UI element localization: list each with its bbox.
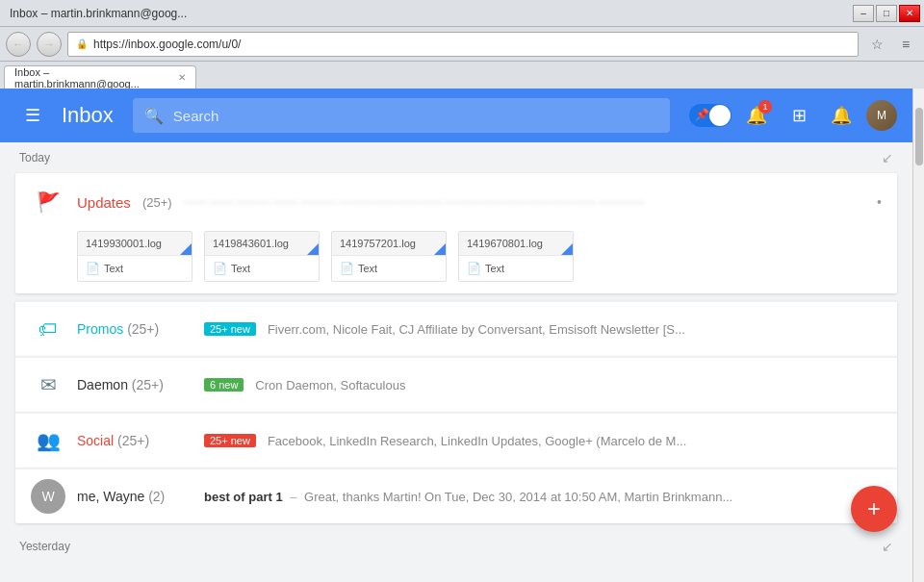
compose-fab-button[interactable]: + xyxy=(851,486,897,532)
main-scroll-area[interactable]: Today ↙ 🚩 Updates (25+) —— —— ——— —— ———… xyxy=(0,142,912,582)
tab-bar: Inbox – martin.brinkmann@goog... ✕ xyxy=(0,62,924,89)
daemon-badge: 6 new xyxy=(204,378,244,392)
attachment-filename-3: 1419670801.log xyxy=(459,232,573,256)
inbox-logo: Inbox xyxy=(62,103,114,128)
pin-toggle-button[interactable]: 📌 xyxy=(689,104,732,127)
updates-title: Updates xyxy=(77,194,131,211)
toolbar-right: ☆ ≡ xyxy=(864,32,918,57)
window-title: Inbox – martin.brinkmann@goog... xyxy=(0,7,853,20)
fold-corner xyxy=(434,243,446,255)
people-icon: 👥 xyxy=(37,429,61,452)
envelope-icon: ✉ xyxy=(40,373,57,396)
star-button[interactable]: ☆ xyxy=(864,32,889,57)
yesterday-label: Yesterday xyxy=(19,540,70,553)
search-placeholder: Search xyxy=(173,108,219,124)
flag-icon: 🚩 xyxy=(37,190,61,214)
attachments-row: 1419930001.log 📄 Text 1419843601.log xyxy=(15,227,897,293)
daemon-email-row[interactable]: ✉ Daemon (25+) 6 new Cron Daemon, Softac… xyxy=(15,357,897,412)
attachment-filename-1: 1419843601.log xyxy=(205,232,319,256)
attachment-card-3[interactable]: 1419670801.log 📄 Text xyxy=(458,231,574,282)
pin-icon: 📌 xyxy=(695,108,709,121)
updates-more-icon: • xyxy=(877,194,882,210)
today-section-header: Today ↙ xyxy=(0,142,912,173)
attachment-card-2[interactable]: 1419757201.log 📄 Text xyxy=(331,231,447,282)
fold-corner xyxy=(180,243,192,255)
social-sender: Social (25+) xyxy=(77,433,192,448)
social-snippet: Facebook, LinkedIn Research, LinkedIn Up… xyxy=(268,434,882,448)
inbox-header: ☰ Inbox 🔍 Search 📌 🔔 1 ⊞ xyxy=(0,89,912,142)
yesterday-section-header: Yesterday ↙ xyxy=(0,531,912,558)
attachment-body-0: 📄 Text xyxy=(78,256,192,281)
social-icon: 👥 xyxy=(31,423,65,458)
hamburger-button[interactable]: ☰ xyxy=(15,98,50,133)
doc-icon-3: 📄 xyxy=(467,262,481,275)
header-right: 📌 🔔 1 ⊞ 🔔 M xyxy=(689,98,897,133)
menu-button[interactable]: ≡ xyxy=(893,32,918,57)
updates-flag-icon: 🚩 xyxy=(31,185,65,219)
promos-row[interactable]: 🏷 Promos (25+) 25+ new Fiverr.com, Nicol… xyxy=(15,301,897,356)
tab-label: Inbox – martin.brinkmann@goog... xyxy=(14,66,172,89)
wayne-row[interactable]: W me, Wayne (2) best of part 1 – Great, … xyxy=(15,468,897,523)
attachment-card-1[interactable]: 1419843601.log 📄 Text xyxy=(204,231,320,282)
alert-button[interactable]: 🔔 xyxy=(824,98,859,133)
updates-preview: —— —— ——— —— ——— ————————— —————————————… xyxy=(184,195,866,209)
updates-top-row: 🚩 Updates (25+) —— —— ——— —— ——— ———————… xyxy=(15,173,897,227)
close-button[interactable]: ✕ xyxy=(899,5,920,22)
fold-corner xyxy=(307,243,319,255)
doc-icon-2: 📄 xyxy=(340,262,354,275)
daemon-sender: Daemon (25+) xyxy=(77,377,192,392)
notification-badge: 1 xyxy=(758,100,772,114)
account-avatar[interactable]: M xyxy=(866,100,897,131)
address-text: https://inbox.google.com/u/0/ xyxy=(93,38,241,51)
doc-icon-1: 📄 xyxy=(213,262,227,275)
promos-sender: Promos (25+) xyxy=(77,321,192,337)
scrollbar[interactable] xyxy=(912,89,924,582)
lock-icon: 🔒 xyxy=(76,38,88,49)
search-bar[interactable]: 🔍 Search xyxy=(133,98,670,133)
minimize-button[interactable]: – xyxy=(853,5,874,22)
bottom-spacer xyxy=(0,558,912,582)
wayne-sender: me, Wayne (2) xyxy=(77,489,192,504)
sort-icon[interactable]: ↙ xyxy=(882,150,893,165)
attachment-body-3: 📄 Text xyxy=(459,256,573,281)
attachment-body-2: 📄 Text xyxy=(332,256,446,281)
app-content: ☰ Inbox 🔍 Search 📌 🔔 1 ⊞ xyxy=(0,89,912,582)
promos-icon: 🏷 xyxy=(31,312,65,346)
social-badge: 25+ new xyxy=(204,434,256,447)
back-button[interactable]: ← xyxy=(6,32,31,57)
social-email-row[interactable]: 👥 Social (25+) 25+ new Facebook, LinkedI… xyxy=(15,413,897,468)
alert-icon: 🔔 xyxy=(831,105,852,126)
daemon-row[interactable]: ✉ Daemon (25+) 6 new Cron Daemon, Softac… xyxy=(15,356,897,412)
tag-icon: 🏷 xyxy=(38,318,58,341)
app-wrapper: ☰ Inbox 🔍 Search 📌 🔔 1 ⊞ xyxy=(0,89,924,582)
scroll-thumb[interactable] xyxy=(915,108,923,165)
social-row[interactable]: 👥 Social (25+) 25+ new Facebook, LinkedI… xyxy=(15,412,897,468)
yesterday-sort-icon[interactable]: ↙ xyxy=(882,539,893,554)
browser-toolbar: ← → 🔒 https://inbox.google.com/u/0/ ☆ ≡ xyxy=(0,27,924,62)
wayne-email-row[interactable]: W me, Wayne (2) best of part 1 – Great, … xyxy=(15,468,897,523)
window-controls: – □ ✕ xyxy=(853,5,920,22)
promos-email-row[interactable]: 🏷 Promos (25+) 25+ new Fiverr.com, Nicol… xyxy=(15,301,897,356)
today-label: Today xyxy=(19,151,50,164)
promos-badge: 25+ new xyxy=(204,322,256,336)
promos-snippet: Fiverr.com, Nicole Fait, CJ Affiliate by… xyxy=(268,322,882,337)
wayne-avatar: W xyxy=(31,479,65,514)
wayne-snippet: best of part 1 – Great, thanks Martin! O… xyxy=(204,490,882,504)
fold-corner xyxy=(561,243,573,255)
grid-icon: ⊞ xyxy=(792,105,807,126)
tab-close-button[interactable]: ✕ xyxy=(178,72,186,83)
attachment-filename-2: 1419757201.log xyxy=(332,232,446,256)
notification-button[interactable]: 🔔 1 xyxy=(739,98,774,133)
title-bar: Inbox – martin.brinkmann@goog... – □ ✕ xyxy=(0,0,924,27)
attachment-filename-0: 1419930001.log xyxy=(78,232,192,256)
forward-button[interactable]: → xyxy=(37,32,62,57)
browser-tab[interactable]: Inbox – martin.brinkmann@goog... ✕ xyxy=(4,65,196,89)
updates-bundle-card[interactable]: 🚩 Updates (25+) —— —— ——— —— ——— ———————… xyxy=(15,173,897,293)
address-bar[interactable]: 🔒 https://inbox.google.com/u/0/ xyxy=(67,32,859,57)
maximize-button[interactable]: □ xyxy=(876,5,897,22)
grid-button[interactable]: ⊞ xyxy=(782,98,816,133)
daemon-snippet: Cron Daemon, Softaculous xyxy=(255,378,882,392)
attachment-card-0[interactable]: 1419930001.log 📄 Text xyxy=(77,231,192,282)
doc-icon-0: 📄 xyxy=(86,262,100,275)
updates-count: (25+) xyxy=(142,195,172,210)
